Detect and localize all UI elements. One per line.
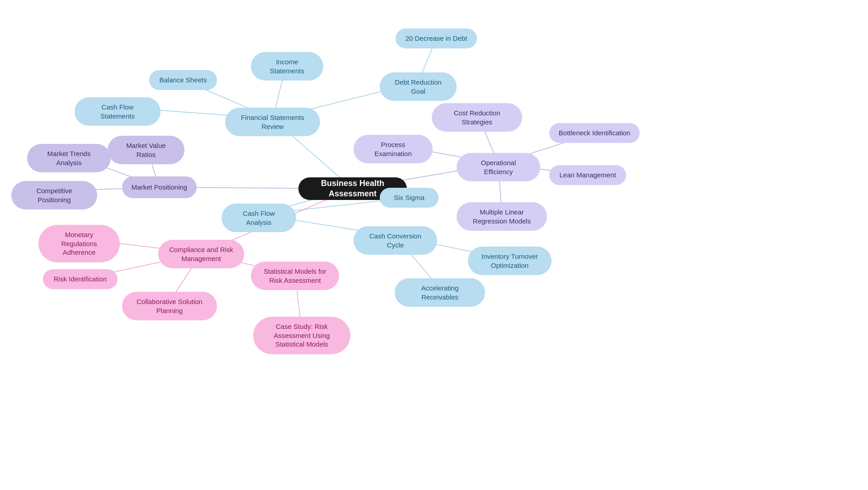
- node-operational-efficiency: Operational Efficiency: [457, 153, 540, 181]
- node-accelerating-receivables: Accelerating Receivables: [395, 278, 485, 307]
- node-balance-sheets: Balance Sheets: [149, 70, 217, 90]
- node-six-sigma: Six Sigma: [380, 188, 439, 208]
- node-multiple-linear-regression: Multiple Linear Regression Models: [457, 202, 547, 231]
- node-monetary-regulations: Monetary Regulations Adherence: [38, 225, 120, 262]
- node-debt-reduction-goal: Debt Reduction Goal: [380, 72, 457, 101]
- node-cash-flow-statements: Cash Flow Statements: [75, 97, 160, 126]
- node-market-trends-analysis: Market Trends Analysis: [27, 144, 111, 172]
- node-case-study: Case Study: Risk Assessment Using Statis…: [253, 317, 350, 354]
- node-compliance-risk: Compliance and Risk Management: [158, 240, 244, 268]
- node-cost-reduction-strategies: Cost Reduction Strategies: [432, 103, 522, 132]
- node-inventory-turnover: Inventory Turnover Optimization: [468, 247, 552, 275]
- node-risk-identification: Risk Identification: [43, 269, 118, 289]
- node-statistical-models: Statistical Models for Risk Assessment: [251, 262, 339, 290]
- node-cash-conversion-cycle: Cash Conversion Cycle: [354, 226, 437, 255]
- node-financial-statements: Financial Statements Review: [225, 108, 320, 136]
- node-bottleneck-identification: Bottleneck Identification: [549, 123, 640, 143]
- mind-map: Business Health AssessmentFinancial Stat…: [0, 0, 868, 490]
- node-competitive-positioning: Competitive Positioning: [11, 181, 97, 209]
- node-income-statements: Income Statements: [251, 52, 323, 81]
- node-market-positioning: Market Positioning: [122, 176, 197, 198]
- node-lean-management: Lean Management: [549, 165, 626, 185]
- node-market-value-ratios: Market Value Ratios: [108, 136, 184, 164]
- node-cash-flow-analysis: Cash Flow Analysis: [222, 204, 296, 232]
- node-20-decrease-debt: 20 Decrease in Debt: [396, 29, 477, 48]
- node-collaborative-solution: Collaborative Solution Planning: [122, 292, 217, 320]
- node-process-examination: Process Examination: [354, 135, 433, 163]
